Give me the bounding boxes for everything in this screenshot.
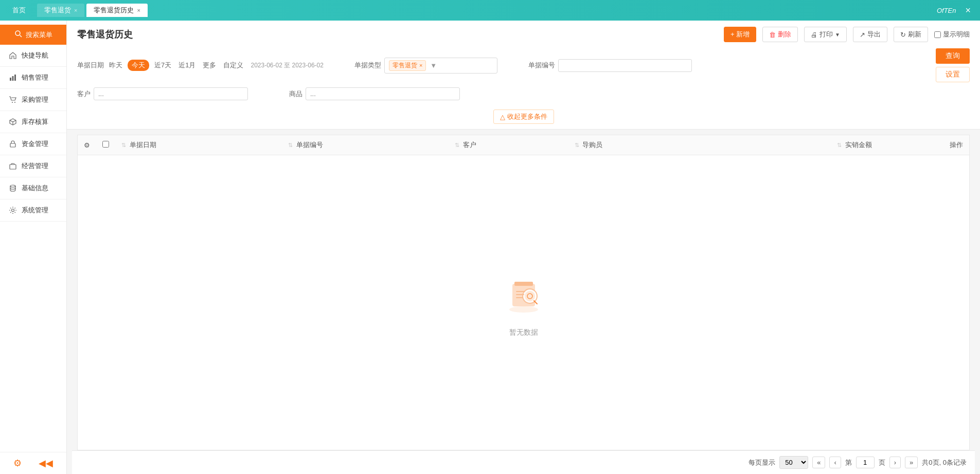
delete-button[interactable]: 🗑 删除: [762, 27, 798, 42]
svg-point-6: [14, 102, 15, 103]
date-opt-7days[interactable]: 近7天: [152, 60, 173, 71]
sidebar-item-inventory[interactable]: 库存核算: [0, 111, 66, 133]
th-guide-label: 导购员: [582, 141, 602, 149]
svg-rect-8: [10, 165, 16, 169]
date-opt-yesterday[interactable]: 昨天: [107, 60, 124, 71]
date-sort-icon[interactable]: ⇅: [121, 142, 126, 148]
date-opt-1month[interactable]: 近1月: [176, 60, 198, 71]
sidebar-item-quick-nav-label: 快捷导航: [22, 51, 48, 60]
tab-retail-return-history[interactable]: 零售退货历史 ×: [86, 4, 147, 17]
sidebar-item-sales[interactable]: 销售管理: [0, 67, 66, 89]
sidebar-search-label: 搜索菜单: [26, 30, 52, 40]
th-amount-label: 实销金额: [845, 141, 872, 149]
print-button[interactable]: 🖨 打印 ▼: [804, 27, 847, 42]
th-checkbox: [96, 135, 115, 155]
date-filter-label: 单据日期: [77, 61, 104, 70]
sidebar: 搜索菜单 快捷导航 销售管理 采购管理 库存核算: [0, 21, 67, 474]
amount-sort-icon[interactable]: ⇅: [837, 142, 842, 148]
prev-page-button[interactable]: ‹: [829, 457, 841, 468]
date-opt-more[interactable]: 更多: [201, 60, 218, 71]
table-header-row: ⚙ ⇅ 单据日期 ⇅: [78, 135, 969, 155]
svg-rect-7: [10, 143, 15, 147]
delete-icon: 🗑: [769, 31, 776, 39]
voucher-type-label: 单据类型: [354, 61, 381, 70]
sidebar-item-basic-info-label: 基础信息: [22, 184, 48, 193]
often-label: OfTEn: [937, 7, 956, 14]
show-detail-checkbox[interactable]: [934, 31, 941, 38]
chart-icon: [8, 73, 17, 82]
sidebar-item-finance[interactable]: 资金管理: [0, 133, 66, 155]
date-opt-today[interactable]: 今天: [128, 60, 149, 71]
sidebar-item-sales-label: 销售管理: [22, 73, 48, 82]
no-sort-icon[interactable]: ⇅: [288, 142, 293, 148]
sidebar-bottom: ⚙ ◀◀: [0, 452, 66, 474]
table-settings-icon[interactable]: ⚙: [84, 141, 90, 149]
briefcase-icon: [8, 161, 17, 171]
voucher-type-filter: 单据类型 零售退货 × ▼: [354, 58, 497, 74]
settings-button[interactable]: 设置: [936, 67, 970, 82]
sidebar-search[interactable]: 搜索菜单: [0, 25, 66, 45]
sidebar-item-operations[interactable]: 经营管理: [0, 155, 66, 177]
home-icon: [8, 51, 17, 60]
page-number-input[interactable]: [856, 457, 875, 468]
guide-sort-icon[interactable]: ⇅: [575, 142, 579, 148]
collapse-row: △ 收起更多条件: [77, 105, 970, 126]
date-filter: 单据日期 昨天 今天 近7天 近1月 更多 自定义 2023-06-02 至 2…: [77, 60, 324, 71]
sidebar-settings-icon[interactable]: ⚙: [13, 458, 22, 469]
svg-rect-4: [14, 75, 16, 81]
sidebar-volume-icon[interactable]: ◀◀: [39, 458, 53, 469]
sidebar-item-purchase[interactable]: 采购管理: [0, 89, 66, 111]
goods-label: 商品: [289, 89, 302, 99]
box-icon: [8, 117, 17, 126]
main-layout: 搜索菜单 快捷导航 销售管理 采购管理 库存核算: [0, 21, 980, 474]
page-title: 零售退货历史: [77, 28, 133, 41]
db-icon: [8, 184, 17, 193]
voucher-no-input[interactable]: [558, 59, 692, 72]
voucher-type-select[interactable]: 零售退货 × ▼: [384, 58, 497, 74]
page-title-row: 零售退货历史 + 新增 🗑 删除 🖨 打印 ▼ ↗ 导出: [77, 27, 970, 42]
customer-input[interactable]: [94, 87, 248, 100]
sidebar-item-basic-info[interactable]: 基础信息: [0, 177, 66, 199]
th-date-label: 单据日期: [130, 141, 156, 149]
select-all-checkbox[interactable]: [102, 141, 109, 148]
new-button[interactable]: + 新增: [724, 27, 756, 42]
th-no: ⇅ 单据编号: [282, 135, 449, 155]
date-opt-custom[interactable]: 自定义: [221, 60, 245, 71]
data-table: ⚙ ⇅ 单据日期 ⇅: [78, 135, 969, 155]
voucher-type-chevron-icon: ▼: [430, 62, 437, 69]
svg-point-11: [509, 306, 538, 313]
collapse-icon: △: [500, 113, 505, 121]
svg-point-5: [12, 102, 13, 103]
voucher-type-tag: 零售退货 ×: [389, 60, 426, 71]
tab-retail-return[interactable]: 零售退货 ×: [37, 4, 84, 17]
refresh-button[interactable]: ↻ 刷新: [894, 27, 928, 42]
tab-retail-return-close[interactable]: ×: [74, 7, 77, 13]
goods-input[interactable]: [306, 87, 460, 100]
total-label: 共0页, 0条记录: [922, 458, 967, 467]
voucher-no-label: 单据编号: [528, 61, 555, 70]
sidebar-item-quick-nav[interactable]: 快捷导航: [0, 45, 66, 67]
export-button[interactable]: ↗ 导出: [853, 27, 887, 42]
page-size-select[interactable]: 50 20 100: [779, 456, 808, 469]
sidebar-item-system[interactable]: 系统管理: [0, 199, 66, 222]
table-container: ⚙ ⇅ 单据日期 ⇅: [77, 135, 970, 450]
window-close-button[interactable]: ×: [961, 5, 975, 16]
customer-sort-icon[interactable]: ⇅: [455, 142, 459, 148]
query-button[interactable]: 查询: [936, 48, 970, 64]
last-page-button[interactable]: »: [905, 457, 918, 468]
voucher-type-tag-close[interactable]: ×: [419, 62, 422, 68]
first-page-button[interactable]: «: [812, 457, 825, 468]
next-page-button[interactable]: ›: [889, 457, 901, 468]
collapse-button[interactable]: △ 收起更多条件: [493, 110, 554, 124]
sidebar-item-finance-label: 资金管理: [22, 139, 48, 149]
th-customer-label: 客户: [463, 141, 476, 149]
lock-icon: [8, 139, 17, 149]
empty-state-label: 暂无数据: [509, 328, 538, 337]
tab-retail-return-history-close[interactable]: ×: [137, 7, 140, 13]
tab-list: 零售退货 × 零售退货历史 ×: [37, 4, 937, 17]
th-amount: ⇅ 实销金额: [711, 135, 878, 155]
sidebar-item-purchase-label: 采购管理: [22, 95, 48, 104]
svg-rect-3: [12, 76, 14, 81]
goods-filter: 商品: [289, 87, 460, 100]
home-tab[interactable]: 首页: [5, 4, 33, 17]
